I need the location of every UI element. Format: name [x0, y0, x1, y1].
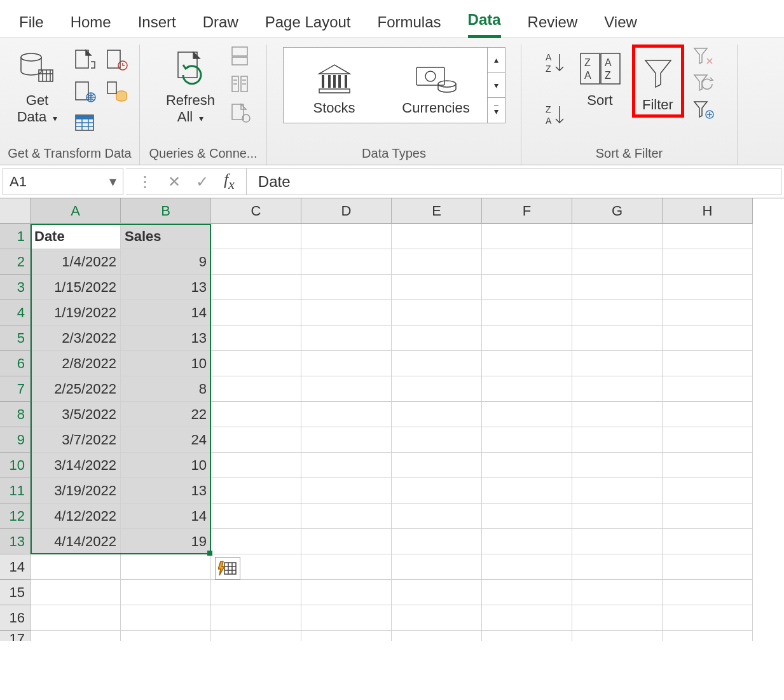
cell-G13[interactable]: [572, 529, 663, 554]
cell-C8[interactable]: [211, 402, 301, 427]
cell-C13[interactable]: [211, 529, 301, 554]
row-header-12[interactable]: 12: [0, 504, 31, 529]
cell-A7[interactable]: 2/25/2022: [31, 376, 121, 402]
cell-H3[interactable]: [663, 275, 753, 300]
cell-C12[interactable]: [211, 504, 301, 529]
cell-F7[interactable]: [482, 376, 572, 402]
cell-E3[interactable]: [392, 275, 482, 300]
cell-A14[interactable]: [31, 554, 121, 580]
tab-view[interactable]: View: [604, 13, 637, 38]
cell-F9[interactable]: [482, 427, 572, 453]
cell-A1[interactable]: Date: [31, 224, 121, 249]
cell-H6[interactable]: [663, 351, 753, 376]
cell-C17[interactable]: [211, 631, 301, 641]
cell-C15[interactable]: [211, 580, 301, 605]
data-type-currencies[interactable]: Currencies: [385, 48, 487, 123]
cell-A2[interactable]: 1/4/2022: [31, 249, 121, 275]
quick-analysis-button[interactable]: [215, 557, 240, 580]
cell-H17[interactable]: [663, 631, 753, 641]
cell-F3[interactable]: [482, 275, 572, 300]
from-web-button[interactable]: [70, 76, 99, 106]
formula-input[interactable]: Date: [247, 168, 781, 195]
cell-G15[interactable]: [572, 580, 663, 605]
cell-A15[interactable]: [31, 580, 121, 605]
cell-D17[interactable]: [301, 631, 392, 641]
cell-G4[interactable]: [572, 300, 663, 326]
cell-D8[interactable]: [301, 402, 392, 427]
cell-E12[interactable]: [392, 504, 482, 529]
cell-H2[interactable]: [663, 249, 753, 275]
cell-B6[interactable]: 10: [121, 351, 211, 376]
cell-F5[interactable]: [482, 326, 572, 351]
cell-B10[interactable]: 10: [121, 453, 211, 478]
tab-file[interactable]: File: [19, 13, 44, 38]
tab-insert[interactable]: Insert: [138, 13, 176, 38]
cell-H7[interactable]: [663, 376, 753, 402]
column-header-G[interactable]: G: [572, 198, 663, 224]
cell-B1[interactable]: Sales: [121, 224, 211, 249]
cell-D11[interactable]: [301, 478, 392, 504]
edit-links-button[interactable]: [228, 100, 251, 123]
cell-F15[interactable]: [482, 580, 572, 605]
insert-function-button[interactable]: fx: [224, 170, 235, 193]
cell-A5[interactable]: 2/3/2022: [31, 326, 121, 351]
cell-E9[interactable]: [392, 427, 482, 453]
cell-D6[interactable]: [301, 351, 392, 376]
cell-C10[interactable]: [211, 453, 301, 478]
properties-button[interactable]: [228, 72, 251, 95]
column-header-C[interactable]: C: [211, 198, 301, 224]
cell-E4[interactable]: [392, 300, 482, 326]
cancel-formula-button[interactable]: ✕: [168, 173, 181, 191]
cell-H16[interactable]: [663, 605, 753, 631]
cell-F13[interactable]: [482, 529, 572, 554]
cell-E8[interactable]: [392, 402, 482, 427]
filter-button[interactable]: Filter: [632, 45, 684, 118]
cell-H8[interactable]: [663, 402, 753, 427]
row-header-1[interactable]: 1: [0, 224, 31, 249]
cell-D5[interactable]: [301, 326, 392, 351]
cell-G8[interactable]: [572, 402, 663, 427]
cell-G17[interactable]: [572, 631, 663, 641]
data-type-stocks[interactable]: Stocks: [284, 48, 385, 123]
cell-A10[interactable]: 3/14/2022: [31, 453, 121, 478]
cell-D2[interactable]: [301, 249, 392, 275]
row-header-11[interactable]: 11: [0, 478, 31, 504]
cell-H12[interactable]: [663, 504, 753, 529]
cell-G16[interactable]: [572, 605, 663, 631]
cell-D4[interactable]: [301, 300, 392, 326]
row-header-3[interactable]: 3: [0, 275, 31, 300]
column-header-E[interactable]: E: [392, 198, 482, 224]
cell-A6[interactable]: 2/8/2022: [31, 351, 121, 376]
cell-G7[interactable]: [572, 376, 663, 402]
cell-A3[interactable]: 1/15/2022: [31, 275, 121, 300]
cell-F14[interactable]: [482, 554, 572, 580]
get-data-button[interactable]: GetData ▾: [9, 45, 66, 125]
cell-B17[interactable]: [121, 631, 211, 641]
refresh-all-button[interactable]: RefreshAll ▾: [156, 45, 226, 125]
cell-A17[interactable]: [31, 631, 121, 641]
cell-G11[interactable]: [572, 478, 663, 504]
row-header-8[interactable]: 8: [0, 402, 31, 427]
column-header-D[interactable]: D: [301, 198, 392, 224]
cell-E16[interactable]: [392, 605, 482, 631]
cell-F10[interactable]: [482, 453, 572, 478]
cell-C7[interactable]: [211, 376, 301, 402]
cell-G1[interactable]: [572, 224, 663, 249]
cell-B9[interactable]: 24: [121, 427, 211, 453]
cell-B5[interactable]: 13: [121, 326, 211, 351]
row-header-17[interactable]: 17: [0, 631, 31, 641]
existing-connections-button[interactable]: [102, 76, 131, 106]
cell-D12[interactable]: [301, 504, 392, 529]
tab-draw[interactable]: Draw: [203, 13, 238, 38]
recent-sources-button[interactable]: [102, 45, 131, 74]
cell-A9[interactable]: 3/7/2022: [31, 427, 121, 453]
cell-G5[interactable]: [572, 326, 663, 351]
cell-H14[interactable]: [663, 554, 753, 580]
cell-D14[interactable]: [301, 554, 392, 580]
row-header-14[interactable]: 14: [0, 554, 31, 580]
row-header-13[interactable]: 13: [0, 529, 31, 554]
cell-E1[interactable]: [392, 224, 482, 249]
tab-home[interactable]: Home: [71, 13, 111, 38]
sort-asc-button[interactable]: AZ: [543, 50, 568, 76]
cell-D10[interactable]: [301, 453, 392, 478]
